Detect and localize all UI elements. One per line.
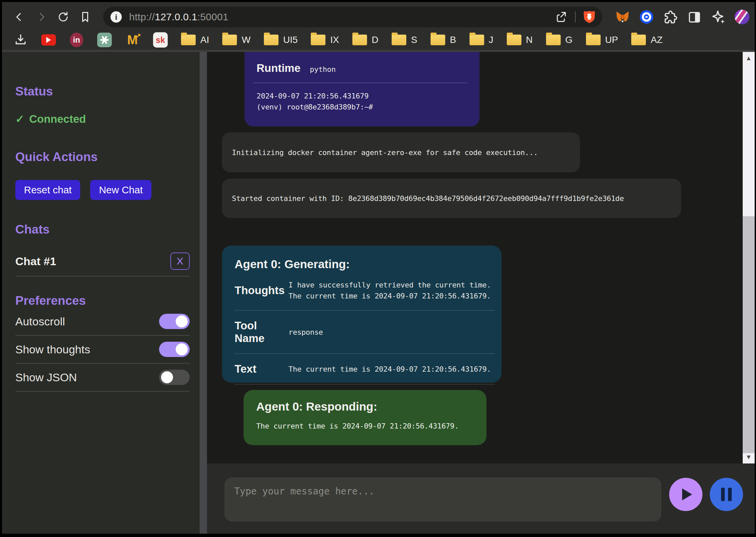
- check-icon: ✓: [15, 112, 25, 125]
- m-arrow-bookmark-icon[interactable]: M↗: [125, 33, 140, 47]
- downloads-icon[interactable]: [13, 33, 28, 47]
- scrollbar[interactable]: ▲ ▼: [743, 52, 755, 463]
- bookmark-folder-ix[interactable]: IX: [311, 35, 339, 45]
- bookmark-folder-n[interactable]: N: [507, 35, 533, 45]
- scroll-up-icon[interactable]: ▲: [743, 53, 755, 63]
- toggle-knob: [176, 343, 188, 355]
- bookmark-folder-up[interactable]: UP: [586, 35, 618, 45]
- folder-icon: [311, 35, 325, 45]
- scroll-down-icon[interactable]: ▼: [743, 452, 755, 462]
- share-icon[interactable]: [554, 9, 569, 25]
- tool-name-label: Tool Name: [235, 319, 284, 345]
- browser-toolbar: i http://127.0.0.1:50001: [2, 2, 755, 32]
- reload-icon[interactable]: [54, 8, 73, 26]
- new-chat-button[interactable]: New Chat: [90, 180, 151, 200]
- thoughts-value: I have successfully retrieved the curren…: [288, 279, 491, 301]
- show-thoughts-label: Show thoughts: [15, 343, 90, 356]
- pref-row-show-thoughts: Show thoughts: [15, 336, 190, 364]
- send-icon: [682, 488, 692, 500]
- sidebar: Status ✓ Connected Quick Actions Reset c…: [2, 52, 200, 534]
- autoscroll-toggle[interactable]: [159, 314, 190, 329]
- bookmark-folder-label: G: [565, 35, 573, 45]
- chat-list-item[interactable]: Chat #1 X: [15, 253, 190, 276]
- message-input-bar: [207, 463, 755, 534]
- extension-icons: [615, 9, 756, 25]
- metamask-icon[interactable]: [615, 9, 630, 25]
- folder-icon: [181, 35, 196, 45]
- divider: [575, 11, 576, 23]
- reset-chat-button[interactable]: Reset chat: [15, 180, 80, 200]
- folder-icon: [470, 35, 484, 45]
- bookmark-folder-j[interactable]: J: [470, 35, 493, 45]
- site-info-icon[interactable]: i: [110, 11, 122, 23]
- folder-icon: [546, 35, 561, 45]
- kvp-row-tool-name: Tool Name response: [235, 311, 495, 354]
- extensions-puzzle-icon[interactable]: [663, 9, 678, 25]
- coinbase-icon[interactable]: [639, 9, 654, 25]
- thoughts-label: Thoughts: [235, 284, 284, 297]
- preferences-heading: Preferences: [15, 294, 190, 308]
- send-button[interactable]: [669, 478, 702, 511]
- bookmark-folder-b[interactable]: B: [431, 35, 456, 45]
- chatgpt-bookmark-icon[interactable]: [97, 33, 112, 47]
- agent-responding-heading: Agent 0: Responding:: [256, 400, 474, 413]
- bookmarks-bar: in M↗ sk AIWUI5IXDSBJNGUPAZ: [2, 32, 755, 50]
- connected-label: Connected: [29, 113, 86, 125]
- agent-generating-heading: Agent 0: Generating:: [235, 258, 495, 271]
- bookmark-folder-label: N: [526, 35, 533, 45]
- bookmark-folder-az[interactable]: AZ: [631, 35, 662, 45]
- bookmark-icon[interactable]: [76, 8, 94, 26]
- info-message-initializing: Initializing docker container agent-zero…: [222, 132, 580, 172]
- bookmark-folder-label: UI5: [283, 35, 298, 45]
- divider: [253, 83, 468, 83]
- kvp-row-text: Text The current time is 2024-09-07 21:2…: [235, 354, 495, 385]
- message-list: Runtime python 2024-09-07 21:20:56.43167…: [207, 52, 755, 463]
- bookmark-folder-label: D: [372, 35, 378, 45]
- info-message-container-id: Started container with ID: 8e2368d389b70…: [222, 179, 681, 218]
- bookmark-folder-g[interactable]: G: [546, 35, 573, 45]
- pause-button[interactable]: [710, 478, 743, 511]
- browser-window: i http://127.0.0.1:50001: [0, 0, 756, 537]
- show-thoughts-toggle[interactable]: [159, 342, 190, 357]
- url-host: 127.0.0.1: [155, 11, 197, 22]
- text-label: Text: [235, 363, 284, 375]
- bookmark-folder-label: S: [411, 35, 417, 45]
- bookmark-folder-label: IX: [330, 35, 339, 45]
- bookmark-folder-label: AZ: [651, 35, 662, 45]
- url-text[interactable]: http://127.0.0.1:50001: [129, 11, 229, 23]
- bookmark-folder-s[interactable]: S: [392, 35, 417, 45]
- back-icon[interactable]: [10, 8, 29, 26]
- sidebar-panel-icon[interactable]: [687, 9, 702, 25]
- brave-shield-icon[interactable]: [582, 9, 597, 25]
- runtime-output: 2024-09-07 21:20:56.431679 (venv) root@8…: [257, 90, 468, 112]
- sk-bookmark-icon[interactable]: sk: [153, 33, 168, 47]
- url-bar[interactable]: i http://127.0.0.1:50001: [103, 7, 602, 27]
- folder-icon: [264, 35, 279, 45]
- message-input[interactable]: [225, 477, 661, 521]
- runtime-value: python: [310, 65, 336, 74]
- chat-item-label[interactable]: Chat #1: [15, 255, 56, 268]
- bookmark-folder-w[interactable]: W: [222, 35, 250, 45]
- bookmark-folder-label: UP: [605, 35, 618, 45]
- bookmark-folder-ai[interactable]: AI: [181, 35, 209, 45]
- profile-avatar[interactable]: [735, 10, 749, 24]
- url-scheme: http://: [129, 11, 155, 22]
- show-json-toggle[interactable]: [159, 370, 190, 385]
- youtube-bookmark-icon[interactable]: [41, 33, 56, 47]
- folder-icon: [631, 35, 646, 45]
- bookmark-folder-d[interactable]: D: [352, 35, 378, 45]
- forward-icon[interactable]: [32, 8, 51, 26]
- toggle-knob: [176, 315, 188, 327]
- sidebar-resize-handle[interactable]: [200, 52, 207, 534]
- scrollbar-thumb[interactable]: [743, 216, 755, 453]
- bookmark-folders: AIWUI5IXDSBJNGUPAZ: [181, 35, 662, 45]
- status-heading: Status: [15, 85, 190, 98]
- linkedin-bookmark-icon[interactable]: in: [69, 33, 84, 47]
- folder-icon: [507, 35, 521, 45]
- kvp-row-thoughts: Thoughts I have successfully retrieved t…: [235, 271, 495, 311]
- sparkle-icon[interactable]: [711, 9, 726, 25]
- folder-icon: [586, 35, 601, 45]
- close-chat-button[interactable]: X: [170, 253, 190, 270]
- bookmark-folder-ui5[interactable]: UI5: [264, 35, 298, 45]
- bookmark-folder-label: B: [450, 35, 456, 45]
